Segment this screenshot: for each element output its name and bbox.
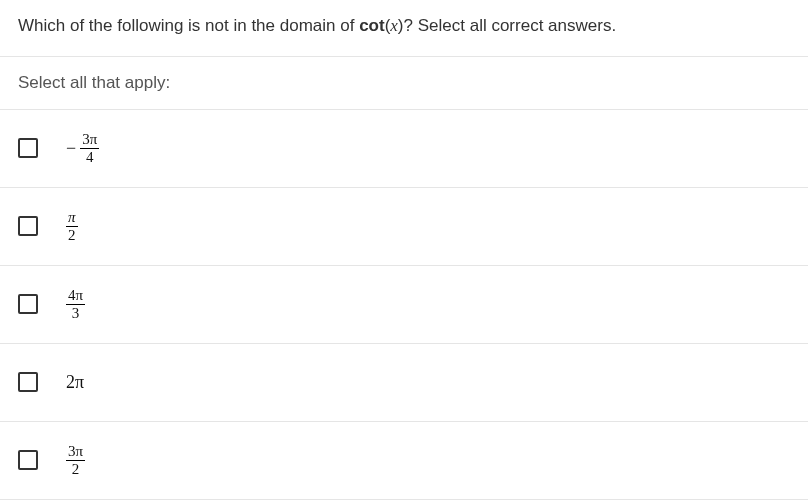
plain-value: 2π (66, 372, 84, 393)
checkbox[interactable] (18, 372, 38, 392)
option-label: π 2 (66, 210, 78, 243)
option-label: 4π 3 (66, 288, 85, 321)
numerator: 3π (66, 444, 85, 461)
option-row[interactable]: 2π (0, 344, 808, 422)
question-prefix: Which of the following is not in the dom… (18, 16, 359, 35)
fraction: 3π 4 (80, 132, 99, 165)
numerator: 3π (80, 132, 99, 149)
option-row[interactable]: − 3π 4 (0, 110, 808, 188)
fraction: π 2 (66, 210, 78, 243)
numerator: π (66, 210, 78, 227)
numerator: 4π (66, 288, 85, 305)
question-var: x (390, 16, 398, 35)
question-text: Which of the following is not in the dom… (0, 0, 808, 57)
question-func: cot (359, 16, 385, 35)
denominator: 4 (84, 149, 96, 165)
checkbox[interactable] (18, 294, 38, 314)
option-label: 2π (66, 372, 84, 393)
option-label: − 3π 4 (66, 132, 99, 165)
denominator: 2 (70, 461, 82, 477)
negative-sign: − (66, 138, 76, 159)
option-row[interactable]: 4π 3 (0, 266, 808, 344)
fraction: 4π 3 (66, 288, 85, 321)
instruction-text: Select all that apply: (0, 57, 808, 110)
option-row[interactable]: 3π 2 (0, 422, 808, 500)
denominator: 3 (70, 305, 82, 321)
question-suffix: ? Select all correct answers. (404, 16, 617, 35)
checkbox[interactable] (18, 450, 38, 470)
checkbox[interactable] (18, 216, 38, 236)
option-label: 3π 2 (66, 444, 85, 477)
denominator: 2 (66, 227, 78, 243)
option-row[interactable]: π 2 (0, 188, 808, 266)
fraction: 3π 2 (66, 444, 85, 477)
checkbox[interactable] (18, 138, 38, 158)
